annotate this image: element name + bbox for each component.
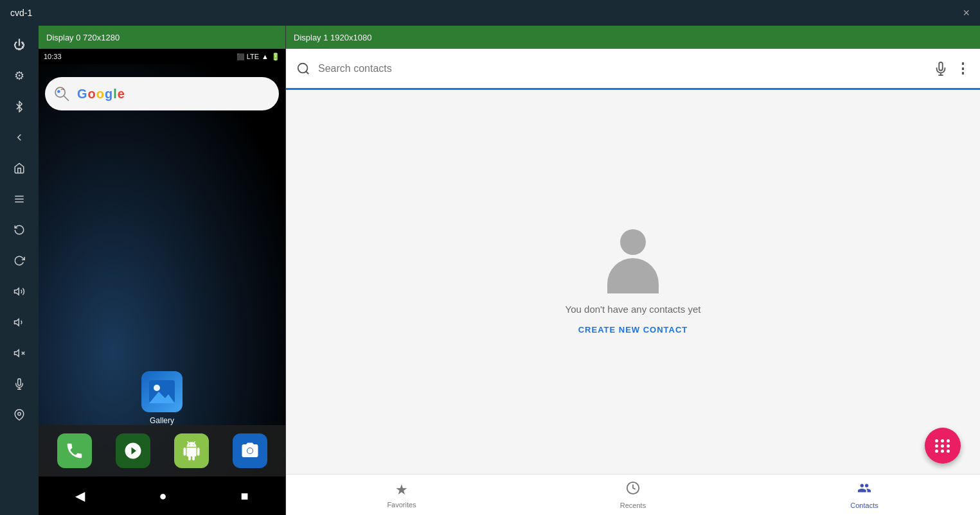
- svg-point-10: [18, 412, 21, 415]
- notification-icon: ⬛: [236, 53, 244, 60]
- voice-search-icon[interactable]: [934, 62, 948, 76]
- nav-recents[interactable]: Recents: [517, 481, 749, 509]
- fab-grid-icon: [935, 439, 950, 453]
- avatar-body: [607, 258, 659, 293]
- displays-container: Display 0 720x1280 10:33 ⬛ LTE ▲ 🔋: [39, 26, 980, 515]
- gallery-icon[interactable]: [141, 371, 183, 412]
- svg-marker-5: [15, 350, 19, 357]
- create-new-contact-button[interactable]: CREATE NEW CONTACT: [578, 325, 688, 335]
- gallery-image-icon: [149, 380, 175, 403]
- camera-app-icon[interactable]: [233, 433, 267, 468]
- phone-status-bar: 10:33 ⬛ LTE ▲ 🔋: [39, 49, 285, 64]
- display0-label: Display 0 720x1280: [46, 33, 120, 42]
- display1: Display 1 1920x1080 ⋮: [286, 26, 980, 515]
- battery-icon: 🔋: [271, 53, 280, 61]
- display1-label: Display 1 1920x1080: [294, 33, 371, 42]
- rotate-icon[interactable]: [6, 217, 32, 243]
- title-bar: cvd-1 ×: [0, 0, 980, 26]
- fdroid-app-icon[interactable]: [116, 433, 150, 468]
- empty-contacts-message: You don't have any contacts yet: [566, 304, 701, 315]
- menu-icon[interactable]: [6, 186, 32, 212]
- display0: Display 0 720x1280 10:33 ⬛ LTE ▲ 🔋: [39, 26, 286, 515]
- lte-label: LTE: [247, 53, 259, 60]
- svg-line-12: [64, 96, 69, 101]
- volume-down-icon[interactable]: [6, 310, 32, 335]
- recents-nav-button[interactable]: ■: [240, 489, 248, 503]
- fab-button[interactable]: [925, 428, 961, 464]
- empty-avatar: [601, 229, 665, 293]
- app-title: cvd-1: [10, 8, 32, 18]
- display0-header: Display 0 720x1280: [39, 26, 285, 49]
- contacts-search-icon: [296, 62, 310, 76]
- power-icon[interactable]: ⏻: [6, 32, 32, 58]
- main-container: ⏻ ⚙: [0, 26, 980, 515]
- favorites-icon: ★: [395, 482, 408, 498]
- google-search-icon: [53, 85, 71, 103]
- svg-marker-4: [15, 319, 19, 326]
- nav-contacts[interactable]: Contacts: [749, 481, 980, 509]
- contacts-bottom-nav: ★ Favorites Recents: [286, 474, 980, 515]
- nav-favorites[interactable]: ★ Favorites: [286, 482, 517, 509]
- phone-dock: [39, 425, 285, 476]
- contacts-label: Contacts: [850, 502, 878, 509]
- svg-line-18: [306, 71, 308, 74]
- display1-screen: ⋮ You don't have any contacts yet CREATE…: [286, 49, 980, 515]
- location-icon[interactable]: [6, 402, 32, 428]
- settings-icon[interactable]: ⚙: [6, 63, 32, 89]
- empty-contacts-state: You don't have any contacts yet CREATE N…: [286, 90, 980, 474]
- svg-marker-3: [15, 288, 19, 295]
- volume-up-icon[interactable]: [6, 279, 32, 304]
- refresh-icon[interactable]: [6, 248, 32, 274]
- back-icon[interactable]: [6, 125, 32, 150]
- close-button[interactable]: ×: [963, 6, 970, 20]
- phone-nav-bar: ◀ ● ■: [39, 476, 285, 515]
- home-icon[interactable]: [6, 155, 32, 181]
- svg-point-17: [298, 63, 308, 73]
- search-input[interactable]: [318, 63, 926, 74]
- back-nav-button[interactable]: ◀: [75, 488, 85, 503]
- svg-point-15: [154, 385, 160, 391]
- google-search-bar[interactable]: Google: [45, 77, 279, 110]
- microphone-icon[interactable]: [6, 371, 32, 397]
- gallery-label: Gallery: [150, 416, 174, 425]
- display0-screen[interactable]: 10:33 ⬛ LTE ▲ 🔋: [39, 49, 285, 515]
- contacts-search-bar[interactable]: ⋮: [286, 49, 980, 90]
- bluetooth-icon[interactable]: [6, 94, 32, 119]
- favorites-label: Favorites: [387, 501, 416, 509]
- contacts-icon: [857, 481, 871, 499]
- phone-app-icon[interactable]: [57, 433, 92, 468]
- display1-header: Display 1 1920x1080: [286, 26, 980, 49]
- android-app-icon[interactable]: [174, 433, 209, 468]
- more-options-icon[interactable]: ⋮: [956, 60, 970, 77]
- signal-icon: ▲: [262, 53, 269, 60]
- svg-point-13: [57, 90, 60, 93]
- mute-icon[interactable]: [6, 340, 32, 366]
- phone-wallpaper: Google Gallery: [39, 64, 285, 476]
- sidebar: ⏻ ⚙: [0, 26, 39, 515]
- recents-icon: [626, 481, 640, 499]
- google-text: Google: [77, 87, 125, 101]
- avatar-head: [620, 229, 646, 255]
- home-nav-button[interactable]: ●: [159, 489, 166, 503]
- phone-time: 10:33: [44, 53, 62, 60]
- gallery-app[interactable]: Gallery: [141, 371, 183, 425]
- recents-label: Recents: [620, 502, 646, 509]
